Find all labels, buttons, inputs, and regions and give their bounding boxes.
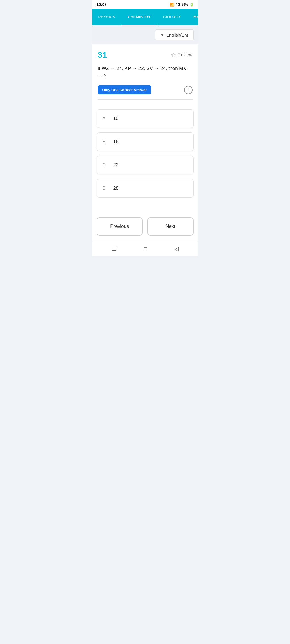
next-button[interactable]: Next (147, 217, 194, 236)
status-icons: 📶 4G 59% 🔋 (170, 3, 193, 7)
tab-chemistry[interactable]: CHEMISTRY (121, 9, 157, 25)
status-bar: 10:08 📶 4G 59% 🔋 (92, 0, 198, 9)
status-time: 10:08 (97, 2, 107, 7)
navigation-buttons: Previous Next (92, 209, 198, 241)
home-icon[interactable]: □ (144, 246, 147, 252)
option-a-label: A. (103, 116, 108, 121)
option-b[interactable]: B. 16 (97, 132, 194, 151)
language-selector[interactable]: ▼ English(En) (155, 29, 193, 40)
review-label: Review (178, 52, 192, 57)
signal-icon: 📶 (170, 3, 174, 7)
network-type: 4G (176, 3, 180, 7)
divider (98, 99, 193, 100)
option-d[interactable]: D. 28 (97, 179, 194, 198)
question-type-bar: Only One Correct Answer i (98, 85, 193, 94)
question-type-badge[interactable]: Only One Correct Answer (98, 85, 152, 94)
menu-icon[interactable]: ☰ (111, 245, 116, 252)
option-b-value: 16 (113, 139, 119, 145)
option-b-label: B. (103, 139, 108, 144)
option-c[interactable]: C. 22 (97, 156, 194, 174)
battery-icon: 🔋 (189, 3, 194, 7)
battery-label: 59% (181, 3, 188, 7)
question-number: 31 (98, 50, 107, 60)
option-c-value: 22 (113, 162, 119, 168)
question-header: 31 ☆ Review (98, 50, 193, 60)
option-d-value: 28 (113, 185, 119, 191)
language-bar: ▼ English(En) (92, 25, 198, 44)
question-area: 31 ☆ Review If WZ → 24, KP → 22, SV → 24… (92, 44, 198, 109)
question-text: If WZ → 24, KP → 22, SV → 24, then MX → … (98, 65, 193, 79)
option-a-value: 10 (113, 116, 119, 121)
tab-physics[interactable]: PHYSICS (92, 9, 122, 25)
option-c-label: C. (103, 162, 108, 168)
review-button[interactable]: ☆ Review (171, 52, 192, 58)
tab-biology[interactable]: BIOLOGY (157, 9, 187, 25)
previous-button[interactable]: Previous (97, 217, 143, 236)
star-icon: ☆ (171, 52, 176, 58)
option-a[interactable]: A. 10 (97, 109, 194, 128)
tab-mat[interactable]: MAT (187, 9, 198, 25)
info-icon[interactable]: i (184, 86, 193, 94)
spacer (92, 203, 198, 209)
chevron-down-icon: ▼ (161, 33, 164, 37)
options-container: A. 10 B. 16 C. 22 D. 28 (92, 109, 198, 203)
subject-tabs: PHYSICS CHEMISTRY BIOLOGY MAT (92, 9, 198, 25)
back-icon[interactable]: ◁ (174, 245, 179, 252)
language-label: English(En) (166, 33, 188, 37)
option-d-label: D. (103, 186, 108, 191)
bottom-nav: ☰ □ ◁ (92, 241, 198, 256)
